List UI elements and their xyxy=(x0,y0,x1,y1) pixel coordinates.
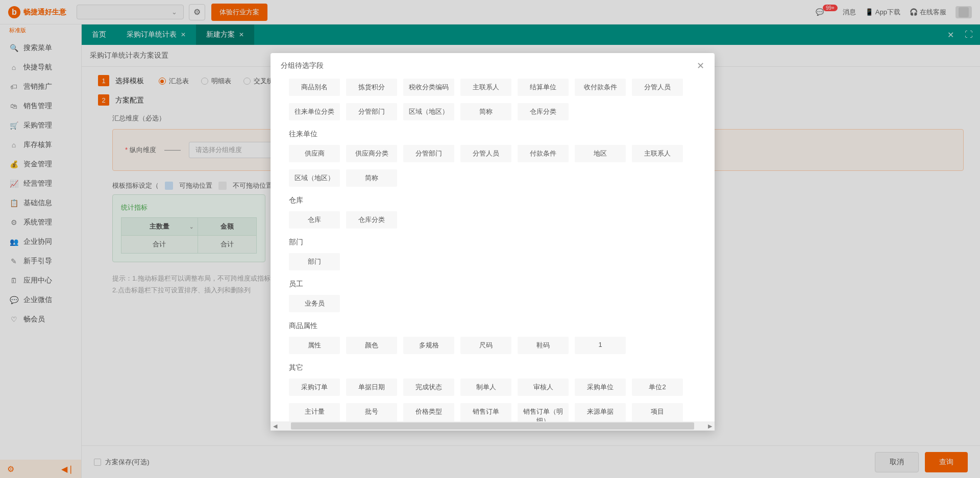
field-chip[interactable]: 分管部门 xyxy=(346,103,397,120)
field-group-title: 往来单位 xyxy=(289,130,704,139)
field-row: 主计量批号价格类型销售订单销售订单（明细）来源单据项目 xyxy=(289,403,704,421)
field-row: 区域（地区）简称 xyxy=(289,169,704,187)
field-chip[interactable]: 1 xyxy=(575,337,626,354)
field-chip[interactable]: 制单人 xyxy=(460,379,511,396)
field-chip[interactable]: 地区 xyxy=(575,145,626,162)
field-chip[interactable]: 仓库分类 xyxy=(346,211,397,229)
field-chip[interactable]: 多规格 xyxy=(403,337,454,354)
scroll-right-icon[interactable]: ▶ xyxy=(705,423,715,430)
field-chip[interactable]: 颜色 xyxy=(346,337,397,354)
field-chip[interactable]: 尺码 xyxy=(460,337,511,354)
field-chip[interactable]: 分管人员 xyxy=(632,79,683,96)
field-chip[interactable]: 批号 xyxy=(346,403,397,421)
modal-header: 分组待选字段 ✕ xyxy=(271,53,715,79)
field-chip[interactable]: 销售订单 xyxy=(460,403,511,421)
field-chip[interactable]: 销售订单（明细） xyxy=(518,403,569,421)
field-chip[interactable]: 主联系人 xyxy=(632,145,683,162)
field-chip[interactable]: 仓库 xyxy=(289,211,340,229)
field-chip[interactable]: 部门 xyxy=(289,253,340,270)
field-chip[interactable]: 审核人 xyxy=(518,379,569,396)
scroll-thumb[interactable] xyxy=(291,422,694,430)
field-row: 往来单位分类分管部门区域（地区）简称仓库分类 xyxy=(289,103,704,120)
field-chip[interactable]: 完成状态 xyxy=(403,379,454,396)
field-row: 属性颜色多规格尺码鞋码1 xyxy=(289,337,704,354)
field-chip[interactable]: 商品别名 xyxy=(289,79,340,96)
field-chip[interactable]: 主联系人 xyxy=(460,79,511,96)
field-chip[interactable]: 供应商 xyxy=(289,145,340,162)
field-chip[interactable]: 拣货积分 xyxy=(346,79,397,96)
field-chip[interactable]: 往来单位分类 xyxy=(289,103,340,120)
modal-title: 分组待选字段 xyxy=(281,61,324,70)
field-group-title: 其它 xyxy=(289,363,704,372)
modal-hscrollbar[interactable]: ◀ ▶ xyxy=(271,421,715,431)
modal-body[interactable]: 商品别名拣货积分税收分类编码主联系人结算单位收付款条件分管人员往来单位分类分管部… xyxy=(271,79,715,421)
field-chip[interactable]: 简称 xyxy=(346,169,397,187)
field-row: 商品别名拣货积分税收分类编码主联系人结算单位收付款条件分管人员 xyxy=(289,79,704,96)
field-chip[interactable]: 价格类型 xyxy=(403,403,454,421)
field-chip[interactable]: 单位2 xyxy=(632,379,683,396)
field-chip[interactable]: 仓库分类 xyxy=(518,103,569,120)
field-chip[interactable]: 供应商分类 xyxy=(346,145,397,162)
field-row: 业务员 xyxy=(289,295,704,312)
field-chip[interactable]: 简称 xyxy=(460,103,511,120)
field-chip[interactable]: 采购订单 xyxy=(289,379,340,396)
field-chip[interactable]: 主计量 xyxy=(289,403,340,421)
modal-close-button[interactable]: ✕ xyxy=(697,60,704,71)
field-chip[interactable]: 付款条件 xyxy=(518,145,569,162)
field-chip[interactable]: 税收分类编码 xyxy=(403,79,454,96)
field-group-title: 部门 xyxy=(289,238,704,247)
field-chip[interactable]: 分管部门 xyxy=(403,145,454,162)
field-chip[interactable]: 采购单位 xyxy=(575,379,626,396)
field-chip[interactable]: 业务员 xyxy=(289,295,340,312)
field-group-title: 商品属性 xyxy=(289,321,704,331)
field-chip[interactable]: 项目 xyxy=(632,403,683,421)
field-chip[interactable]: 单据日期 xyxy=(346,379,397,396)
field-chip[interactable]: 结算单位 xyxy=(518,79,569,96)
field-row: 供应商供应商分类分管部门分管人员付款条件地区主联系人 xyxy=(289,145,704,162)
field-chip[interactable]: 区域（地区） xyxy=(403,103,454,120)
field-chip[interactable]: 来源单据 xyxy=(575,403,626,421)
scroll-left-icon[interactable]: ◀ xyxy=(271,423,280,430)
field-row: 采购订单单据日期完成状态制单人审核人采购单位单位2 xyxy=(289,379,704,396)
field-group-title: 员工 xyxy=(289,280,704,289)
field-picker-modal: 分组待选字段 ✕ 商品别名拣货积分税收分类编码主联系人结算单位收付款条件分管人员… xyxy=(271,53,715,431)
field-group-title: 仓库 xyxy=(289,196,704,205)
field-chip[interactable]: 收付款条件 xyxy=(575,79,626,96)
field-chip[interactable]: 分管人员 xyxy=(460,145,511,162)
field-chip[interactable]: 鞋码 xyxy=(518,337,569,354)
field-row: 仓库仓库分类 xyxy=(289,211,704,229)
field-chip[interactable]: 属性 xyxy=(289,337,340,354)
field-chip[interactable]: 区域（地区） xyxy=(289,169,340,187)
field-row: 部门 xyxy=(289,253,704,270)
